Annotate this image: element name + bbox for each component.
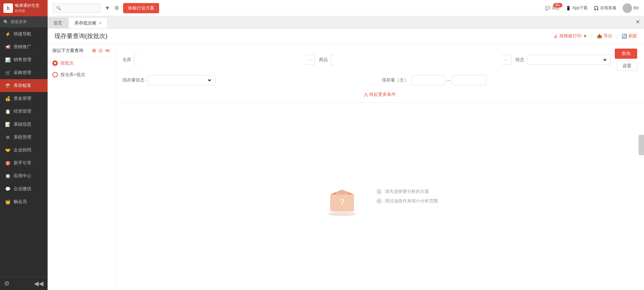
tab-batch-inventory[interactable]: 库存批次账 ✕ xyxy=(69,17,108,28)
status-label: 状态 xyxy=(515,57,524,63)
app-title-block: 畅康通好生意 标准版 xyxy=(15,3,39,13)
sidebar-nav: ⚡ 快捷导航 📢 营销推广 📊 销售管理 🛒 采购管理 📦 库存核算 💰 资金管… xyxy=(0,28,48,277)
messages-badge: 99+ xyxy=(553,3,562,7)
scheme-by-batch[interactable]: 按批次 xyxy=(48,57,115,69)
divider2: | xyxy=(616,34,617,39)
topbar-search-input[interactable] xyxy=(63,6,97,11)
inventory-status-group: 现存量状态 正常 不足 xyxy=(122,75,378,85)
service-icon: 🎧 xyxy=(594,6,599,11)
collapse-sidebar-btn[interactable]: ◀◀ xyxy=(34,280,44,287)
sidebar-search-label: 搜索菜单 xyxy=(11,19,27,25)
inventory-qty-to[interactable] xyxy=(452,75,486,85)
query-button[interactable]: 查询 xyxy=(615,49,637,59)
sidebar-item-label: 资金管理 xyxy=(14,95,31,102)
scheme-dot-inner xyxy=(54,62,56,64)
sidebar-item-label: 营销推广 xyxy=(14,44,31,50)
main-area: 🔍 ▼ ⚙ 体验行业方案 💬 消息 99+ 📱 App下载 🎧 在线客服 xyxy=(48,0,644,290)
right-panel: 仓库 ··· 商品 ··· xyxy=(116,44,644,290)
online-service-label: 在线客服 xyxy=(600,5,616,11)
collapse-conditions-btn[interactable]: ⋀ 收起更多条件 xyxy=(364,91,396,97)
refresh-btn[interactable]: 🔄 刷新 xyxy=(622,33,637,39)
topbar-left: 🔍 ▼ ⚙ 体验行业方案 xyxy=(53,3,159,13)
sidebar-item-sales[interactable]: 📊 销售管理 xyxy=(0,53,48,66)
empty-svg: ? xyxy=(322,176,362,217)
print-dropdown-icon[interactable]: ▼ xyxy=(583,34,587,39)
divider1: | xyxy=(591,34,592,39)
inventory-status-label: 现存量状态 xyxy=(122,77,145,83)
tabbar-close-icon[interactable]: ✕ xyxy=(631,16,644,28)
export-btn[interactable]: 📤 导出 xyxy=(597,33,612,39)
app-download-btn[interactable]: 📱 App下载 xyxy=(566,5,588,11)
topbar-search-box[interactable]: 🔍 xyxy=(53,3,101,13)
inventory-qty-from[interactable] xyxy=(411,75,445,85)
tip-text-2: 用过滤条件来缩小分析范围 xyxy=(385,198,438,204)
filter-row-2: 现存量状态 正常 不足 现存量（主） xyxy=(122,75,637,85)
filter-action-row: ⋀ 收起更多条件 xyxy=(122,89,637,97)
sidebar-item-operations[interactable]: 📋 经营管理 xyxy=(0,105,48,118)
scheme-by-warehouse-batch[interactable]: 按仓库+批次 xyxy=(48,69,115,80)
purchase-icon: 🛒 xyxy=(5,70,11,76)
user-menu-btn[interactable]: Rit xyxy=(623,3,639,13)
inventory-status-select[interactable]: 正常 不足 xyxy=(150,77,212,83)
status-select[interactable]: 在库 已出库 xyxy=(530,57,608,63)
messages-btn[interactable]: 💬 消息 99+ xyxy=(545,5,560,11)
sidebar-search[interactable]: 🔍 搜索菜单 xyxy=(0,16,48,28)
status-filter-group: 状态 在库 已出库 xyxy=(515,55,611,65)
sidebar-item-label: 系统管理 xyxy=(14,134,31,140)
add-scheme-icon[interactable]: ⊕ xyxy=(92,47,96,54)
left-panel-title: 按以下方案查询 xyxy=(52,48,83,54)
sidebar-item-label: 新手引导 xyxy=(14,160,31,166)
member-icon: 👑 xyxy=(5,199,11,205)
tip-text-1: 请先选择要分析的方案 xyxy=(385,188,429,195)
sidebar-item-purchase[interactable]: 🛒 采购管理 xyxy=(0,66,48,79)
app-title: 畅康通好生意 xyxy=(15,3,39,8)
operations-icon: 📋 xyxy=(5,108,11,114)
print-template-btn[interactable]: 🖨 按模板打印 ▼ xyxy=(554,33,587,39)
topbar-search-icon: 🔍 xyxy=(56,6,61,11)
sidebar-item-inventory[interactable]: 📦 库存核算 xyxy=(0,79,48,92)
message-icon: 💬 xyxy=(545,6,550,11)
sidebar-item-apps[interactable]: 🔲 应用中心 xyxy=(0,169,48,182)
sidebar-item-guide[interactable]: 🎯 新手引导 xyxy=(0,157,48,169)
apps-icon: 🔲 xyxy=(5,173,11,179)
tab-close-icon[interactable]: ✕ xyxy=(99,21,102,25)
manage-scheme-icon[interactable]: ⊙ xyxy=(98,47,103,54)
trial-industry-btn[interactable]: 体验行业方案 xyxy=(123,3,159,13)
warehouse-dots[interactable]: ··· xyxy=(307,57,312,63)
refresh-label: 刷新 xyxy=(628,33,637,39)
app-version: 标准版 xyxy=(15,8,39,13)
export-label: 导出 xyxy=(604,33,612,39)
empty-state: ? 1 请先选择要分析的方案 2 用过滤条件来缩小分析范围 xyxy=(116,103,644,290)
sidebar-item-label: 采购管理 xyxy=(14,70,31,76)
sidebar-header: b 畅康通好生意 标准版 xyxy=(0,0,48,16)
tab-home[interactable]: 首页 xyxy=(48,17,68,28)
user-name: Rit xyxy=(633,6,639,11)
print-icon: 🖨 xyxy=(554,34,558,39)
svg-point-5 xyxy=(328,212,356,216)
settings-button[interactable]: 设置 xyxy=(617,61,637,71)
sidebar-item-member[interactable]: 👑 畅会员 xyxy=(0,195,48,208)
sidebar-item-quick-nav[interactable]: ⚡ 快捷导航 xyxy=(0,28,48,40)
tip-num-2: 2 xyxy=(376,198,382,204)
action-buttons: 查询 设置 xyxy=(615,49,637,71)
topbar-dropdown-icon[interactable]: ▼ xyxy=(105,5,110,11)
sidebar-item-basic[interactable]: 📝 基础信息 xyxy=(0,118,48,131)
topbar-gear-icon[interactable]: ⚙ xyxy=(114,5,119,11)
product-input[interactable] xyxy=(334,55,503,65)
content-area: 现存量查询(按批次) 🖨 按模板打印 ▼ | 📤 导出 | 🔄 刷新 xyxy=(48,29,644,290)
sidebar-item-system[interactable]: ⚙ 系统管理 xyxy=(0,131,48,144)
warehouse-input[interactable] xyxy=(137,55,306,65)
settings-btn[interactable]: ⚙ xyxy=(4,280,10,287)
sidebar-item-label: 快捷导航 xyxy=(14,31,31,37)
status-select-box: 在库 已出库 xyxy=(527,55,611,65)
product-dots[interactable]: ··· xyxy=(504,57,508,63)
scheme-by-batch-label: 按批次 xyxy=(61,60,74,66)
sidebar-item-marketing[interactable]: 📢 营销推广 xyxy=(0,40,48,53)
right-edge-scrolltab[interactable] xyxy=(639,135,644,155)
sidebar-item-finance[interactable]: 💰 资金管理 xyxy=(0,92,48,105)
collapse-panel-icon[interactable]: ≪ xyxy=(105,47,111,54)
sidebar-item-weixin[interactable]: 💬 企业微信 xyxy=(0,182,48,195)
tab-batch-inventory-label: 库存批次账 xyxy=(74,20,97,26)
online-service-btn[interactable]: 🎧 在线客服 xyxy=(594,5,616,11)
sidebar-item-collab[interactable]: 🤝 企业协同 xyxy=(0,144,48,157)
